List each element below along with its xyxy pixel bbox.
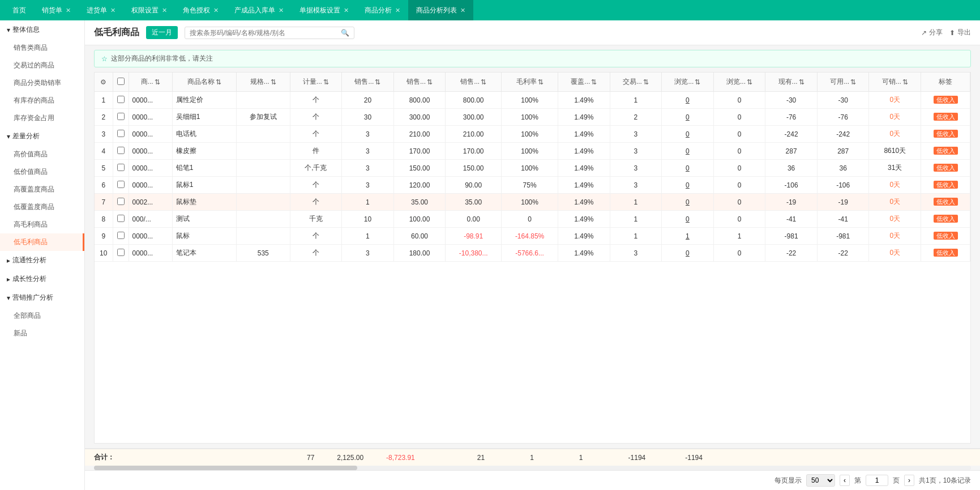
nav-purchase[interactable]: 进货单 ✕ — [79, 0, 123, 20]
sidebar-item-category-rate[interactable]: 商品分类助销率 — [0, 74, 84, 92]
close-analysislist-icon[interactable]: ✕ — [460, 7, 465, 14]
sort-icon-3[interactable]: ⇅ — [271, 78, 276, 86]
sidebar-group-growth[interactable]: ▸ 成长性分析 — [0, 270, 84, 288]
col-settings[interactable]: ⚙ — [95, 73, 113, 92]
nav-analysis-list[interactable]: 商品分析列表 ✕ — [408, 0, 473, 20]
page-size-select[interactable]: 50 100 200 — [806, 474, 835, 487]
close-purchase-icon[interactable]: ✕ — [110, 7, 115, 14]
row-view1[interactable]: 0 — [662, 245, 714, 262]
sort-icon-4[interactable]: ⇅ — [323, 78, 329, 86]
row-view1[interactable]: 1 — [662, 228, 714, 245]
close-roleauth-icon[interactable]: ✕ — [213, 7, 219, 14]
sort-icon-6[interactable]: ⇅ — [427, 78, 433, 86]
sidebar-item-high-value[interactable]: 高价值商品 — [0, 146, 84, 163]
col-sales-qty-header[interactable]: 销售... ⇅ — [342, 73, 394, 92]
sort-icon-8[interactable]: ⇅ — [538, 78, 544, 86]
sort-icon-7[interactable]: ⇅ — [481, 78, 486, 86]
row-view1[interactable]: 0 — [662, 177, 714, 194]
sort-icon-5[interactable]: ⇅ — [375, 78, 380, 86]
row-checkbox[interactable] — [113, 177, 129, 194]
nav-role-auth[interactable]: 角色授权 ✕ — [175, 0, 226, 20]
nav-product-analysis[interactable]: 商品分析 ✕ — [357, 0, 408, 20]
row-view1[interactable]: 0 — [662, 211, 714, 228]
sort-icon-9[interactable]: ⇅ — [591, 78, 597, 86]
sort-icon-14[interactable]: ⇅ — [850, 78, 856, 86]
next-page-button[interactable]: › — [904, 475, 914, 486]
close-productentry-icon[interactable]: ✕ — [279, 7, 284, 14]
col-unit-header[interactable]: 计量... ⇅ — [290, 73, 342, 92]
nav-product-entry[interactable]: 产成品入库单 ✕ — [226, 0, 292, 20]
col-tag-header[interactable]: 标签 — [921, 73, 970, 92]
row-view1[interactable]: 0 — [662, 92, 714, 109]
prev-page-button[interactable]: ‹ — [840, 475, 850, 486]
row-view1[interactable]: 0 — [662, 126, 714, 143]
scrollbar-thumb[interactable] — [94, 466, 357, 470]
row-view1[interactable]: 0 — [662, 194, 714, 211]
sort-icon-15[interactable]: ⇅ — [902, 78, 908, 86]
col-code-header[interactable]: 商... ⇅ — [129, 73, 172, 92]
period-button[interactable]: 近一月 — [146, 26, 178, 39]
sidebar-item-low-value[interactable]: 低价值商品 — [0, 163, 84, 181]
horizontal-scrollbar[interactable] — [94, 466, 971, 470]
sidebar-item-low-margin[interactable]: 低毛利商品 — [0, 233, 84, 251]
sidebar-item-new-products[interactable]: 新品 — [0, 325, 84, 342]
sidebar-item-high-coverage[interactable]: 高覆盖度商品 — [0, 181, 84, 198]
row-checkbox[interactable] — [113, 194, 129, 211]
col-gross-rate-header[interactable]: 毛利率 ⇅ — [502, 73, 558, 92]
sidebar-group-circulation[interactable]: ▸ 流通性分析 — [0, 251, 84, 270]
row-checkbox[interactable] — [113, 211, 129, 228]
col-available-header[interactable]: 可用... ⇅ — [817, 73, 869, 92]
select-all-checkbox[interactable] — [117, 78, 125, 85]
settings-icon[interactable]: ⚙ — [100, 78, 106, 86]
col-view1-header[interactable]: 浏览... ⇅ — [662, 73, 714, 92]
sort-icon-2[interactable]: ⇅ — [216, 78, 221, 86]
col-sales-amount-header[interactable]: 销售... ⇅ — [446, 73, 502, 92]
sidebar-item-sales-products[interactable]: 销售类商品 — [0, 39, 84, 57]
sort-icon[interactable]: ⇅ — [155, 78, 160, 86]
row-checkbox[interactable] — [113, 126, 129, 143]
col-sales-price-header[interactable]: 销售... ⇅ — [393, 73, 446, 92]
sidebar-group-overall[interactable]: ▾ 整体信息 — [0, 20, 84, 39]
search-icon[interactable]: 🔍 — [341, 29, 349, 37]
sidebar-group-diff-analysis[interactable]: ▾ 差量分析 — [0, 127, 84, 146]
col-current-stock-header[interactable]: 现有... ⇅ — [765, 73, 818, 92]
sort-icon-10[interactable]: ⇅ — [643, 78, 649, 86]
nav-template-settings[interactable]: 单据模板设置 ✕ — [292, 0, 357, 20]
search-input[interactable] — [190, 29, 337, 37]
col-name-header[interactable]: 商品名称 ⇅ — [172, 73, 236, 92]
share-button[interactable]: ↗ 分享 — [921, 28, 943, 37]
col-trade-count-header[interactable]: 交易... ⇅ — [610, 73, 662, 92]
close-sales-icon[interactable]: ✕ — [66, 7, 71, 14]
sort-icon-11[interactable]: ⇅ — [695, 78, 700, 86]
row-checkbox[interactable] — [113, 245, 129, 262]
row-checkbox[interactable] — [113, 228, 129, 245]
row-view1[interactable]: 0 — [662, 143, 714, 160]
col-saleable-header[interactable]: 可销... ⇅ — [869, 73, 921, 92]
sidebar-group-marketing[interactable]: ▾ 营销推广分析 — [0, 288, 84, 307]
row-view1[interactable]: 0 — [662, 109, 714, 126]
col-view2-header[interactable]: 浏览... ⇅ — [713, 73, 765, 92]
nav-sales[interactable]: 销货单 ✕ — [34, 0, 79, 20]
sidebar-item-stock-capital[interactable]: 库存资金占用 — [0, 109, 84, 127]
close-permissions-icon[interactable]: ✕ — [162, 7, 167, 14]
sidebar-item-stock-products[interactable]: 有库存的商品 — [0, 92, 84, 109]
row-checkbox[interactable] — [113, 92, 129, 109]
row-checkbox[interactable] — [113, 109, 129, 126]
sort-icon-13[interactable]: ⇅ — [799, 78, 804, 86]
col-spec-header[interactable]: 规格... ⇅ — [236, 73, 290, 92]
nav-home[interactable]: 首页 — [5, 0, 34, 20]
row-view1[interactable]: 0 — [662, 160, 714, 177]
close-analysis-icon[interactable]: ✕ — [395, 7, 400, 14]
row-checkbox[interactable] — [113, 160, 129, 177]
col-cover-rate-header[interactable]: 覆盖... ⇅ — [558, 73, 610, 92]
export-button[interactable]: ⬆ 导出 — [949, 28, 971, 37]
sort-icon-12[interactable]: ⇅ — [747, 78, 752, 86]
sidebar-item-traded-products[interactable]: 交易过的商品 — [0, 57, 84, 74]
sidebar-item-low-coverage[interactable]: 低覆盖度商品 — [0, 198, 84, 216]
col-checkbox-header[interactable] — [113, 73, 129, 92]
nav-permissions[interactable]: 权限设置 ✕ — [123, 0, 175, 20]
sidebar-item-high-margin[interactable]: 高毛利商品 — [0, 216, 84, 233]
close-template-icon[interactable]: ✕ — [344, 7, 349, 14]
sidebar-item-all-products[interactable]: 全部商品 — [0, 307, 84, 325]
page-input[interactable] — [866, 475, 888, 486]
